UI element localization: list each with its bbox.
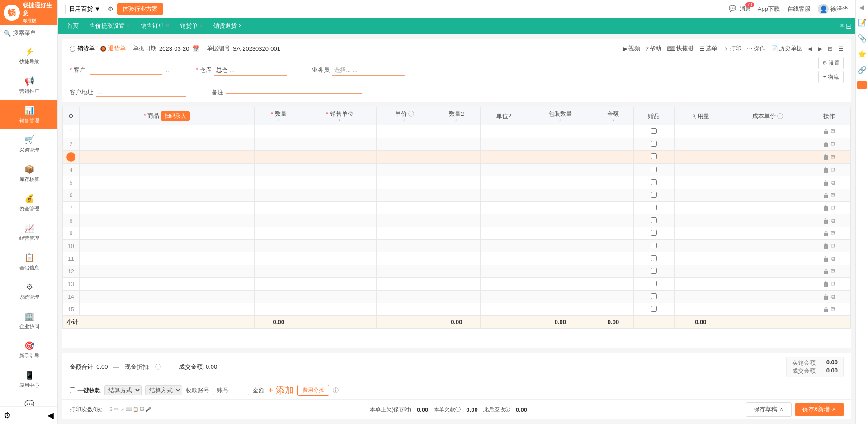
unit-price-cell-2[interactable] — [377, 138, 433, 151]
pack-qty-cell-6[interactable] — [528, 189, 593, 202]
qty2-cell-5[interactable] — [433, 176, 480, 189]
sidebar-item-operations[interactable]: 📈 经营管理 — [0, 218, 57, 247]
pack-qty-cell-13[interactable] — [528, 278, 593, 291]
fee-split-button[interactable]: 费用分摊 — [297, 385, 329, 396]
gift-checkbox-3[interactable] — [651, 153, 657, 159]
warehouse-input[interactable]: 总仓 ... — [214, 65, 287, 76]
copy-row-13[interactable]: ⧉ — [831, 280, 835, 288]
col-settings[interactable]: ⚙ — [63, 107, 80, 125]
scan-button[interactable]: 扫码录入 — [161, 111, 190, 121]
unit2-cell-1[interactable] — [480, 125, 528, 138]
calendar-icon[interactable]: 📅 — [192, 45, 199, 52]
rs-orange-button[interactable]: 展开 — [857, 81, 867, 89]
remark-input[interactable] — [226, 91, 362, 94]
sort-qty2[interactable]: ⇕ — [437, 118, 476, 122]
qty2-cell-15[interactable] — [433, 303, 480, 316]
toolbar-video[interactable]: ▶ 视频 — [623, 44, 640, 52]
sales-unit-cell-4[interactable] — [303, 164, 376, 176]
copy-row-11[interactable]: ⧉ — [831, 255, 835, 262]
qty2-cell-4[interactable] — [433, 164, 480, 176]
sort-qty[interactable]: ⇕ — [258, 118, 299, 122]
sales-unit-cell-13[interactable] — [303, 278, 376, 291]
gift-cell-1[interactable] — [633, 125, 674, 138]
sort-price[interactable]: ⇕ — [380, 118, 429, 122]
delete-row-9[interactable]: 🗑 — [823, 229, 829, 237]
sales-unit-cell-11[interactable] — [303, 252, 376, 265]
unit-price-cell-10[interactable] — [377, 240, 433, 252]
gift-cell-9[interactable] — [633, 227, 674, 240]
available-cell-2[interactable] — [674, 138, 727, 151]
sales-unit-cell-3[interactable] — [303, 151, 376, 164]
address-dots[interactable]: ... — [98, 89, 103, 95]
qty2-cell-6[interactable] — [433, 189, 480, 202]
unit-price-cell-5[interactable] — [377, 176, 433, 189]
gift-checkbox-4[interactable] — [651, 167, 657, 172]
user-info[interactable]: 👤 徐泽华 — [818, 4, 848, 14]
delete-row-4[interactable]: 🗑 — [823, 166, 829, 174]
copy-row-10[interactable]: ⧉ — [831, 242, 835, 250]
table-wrapper[interactable]: ⚙ * 商品 扫码录入 * 数量 ⇕ * 销售单位 ⇕ — [62, 107, 851, 348]
nav-prev[interactable]: ◀ — [808, 45, 812, 52]
unit2-cell-2[interactable] — [480, 138, 528, 151]
pack-qty-cell-1[interactable] — [528, 125, 593, 138]
product-cell-5[interactable] — [80, 176, 255, 189]
cost-price-cell-10[interactable] — [727, 240, 808, 252]
customer-dots[interactable]: ... — [164, 67, 169, 73]
radio-delivery-label[interactable]: 销货单 — [70, 44, 95, 52]
tab-sales-delivery[interactable]: 销货单 × — [175, 18, 208, 34]
gift-cell-5[interactable] — [633, 176, 674, 189]
gift-checkbox-14[interactable] — [651, 293, 657, 299]
gift-checkbox-2[interactable] — [651, 141, 657, 147]
amount-cell-8[interactable] — [593, 214, 634, 227]
product-cell-6[interactable] — [80, 189, 255, 202]
sidebar-item-system[interactable]: ⚙ 系统管理 — [0, 276, 57, 306]
pack-qty-cell-9[interactable] — [528, 227, 593, 240]
available-cell-1[interactable] — [674, 125, 727, 138]
pack-qty-cell-2[interactable] — [528, 138, 593, 151]
gift-checkbox-9[interactable] — [651, 230, 657, 236]
cost-price-cell-3[interactable] — [727, 151, 808, 164]
product-input-2[interactable] — [83, 141, 250, 148]
unit2-cell-9[interactable] — [480, 227, 528, 240]
rs-note-icon[interactable]: 📝 — [858, 18, 867, 27]
available-cell-6[interactable] — [674, 189, 727, 202]
cost-price-cell-13[interactable] — [727, 278, 808, 291]
sidebar-item-finance[interactable]: 💰 资金管理 — [0, 188, 57, 218]
unit-price-cell-3[interactable] — [377, 151, 433, 164]
delete-row-11[interactable]: 🗑 — [823, 255, 829, 262]
add-payment-button[interactable]: + 添加 — [268, 384, 294, 396]
product-input-14[interactable] — [83, 293, 250, 300]
customer-input[interactable]: ... — [88, 65, 171, 76]
qty-cell-7[interactable] — [254, 202, 303, 214]
unit2-cell-14[interactable] — [480, 291, 528, 303]
product-cell-2[interactable] — [80, 138, 255, 151]
sales-unit-cell-14[interactable] — [303, 291, 376, 303]
delete-row-5[interactable]: 🗑 — [823, 179, 829, 186]
online-service-link[interactable]: 在线客服 — [787, 5, 811, 13]
gift-checkbox-10[interactable] — [651, 243, 657, 248]
product-cell-12[interactable] — [80, 265, 255, 278]
cost-price-cell-9[interactable] — [727, 227, 808, 240]
gift-checkbox-13[interactable] — [651, 281, 657, 286]
pack-qty-cell-14[interactable] — [528, 291, 593, 303]
qty-cell-13[interactable] — [254, 278, 303, 291]
sidebar-item-apps[interactable]: 📱 应用中心 — [0, 365, 57, 394]
copy-row-9[interactable]: ⧉ — [831, 229, 835, 237]
sidebar-item-shortcut[interactable]: ⚡ 快捷导航 — [0, 41, 57, 71]
gift-checkbox-7[interactable] — [651, 205, 657, 210]
sidebar-item-basic[interactable]: 📋 基础信息 — [0, 247, 57, 276]
product-cell-13[interactable] — [80, 278, 255, 291]
amount-cell-3[interactable] — [593, 151, 634, 164]
one-key-collect-label[interactable]: 一键收款 — [70, 386, 101, 395]
delete-row-1[interactable]: 🗑 — [823, 128, 829, 135]
unit2-cell-6[interactable] — [480, 189, 528, 202]
product-cell-4[interactable] — [80, 164, 255, 176]
logistics-button[interactable]: + 物流 — [818, 71, 844, 83]
toolbar-shortcut[interactable]: ⌨ 快捷键 — [667, 44, 694, 52]
available-cell-15[interactable] — [674, 303, 727, 316]
gear-icon[interactable]: ⚙ — [108, 5, 113, 12]
tab-order-close[interactable]: × — [166, 23, 169, 29]
available-cell-12[interactable] — [674, 265, 727, 278]
pack-qty-cell-4[interactable] — [528, 164, 593, 176]
unit-price-cell-13[interactable] — [377, 278, 433, 291]
